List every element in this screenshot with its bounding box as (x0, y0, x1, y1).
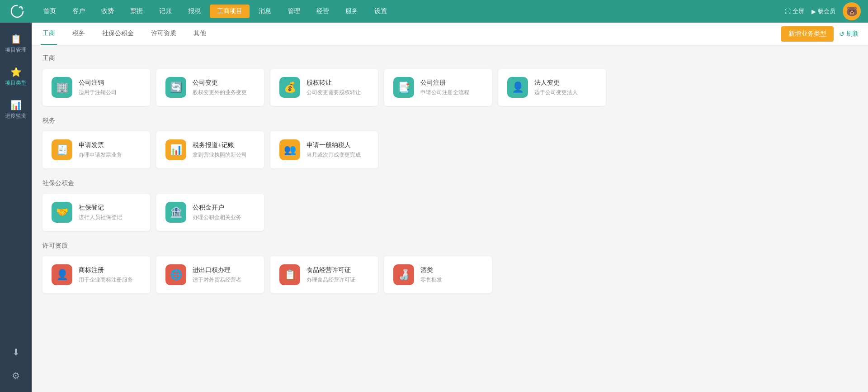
invoice-apply-icon: 🧾 (52, 139, 72, 160)
card-company-cancel-text: 公司注销 适用于注销公司 (79, 79, 141, 96)
nav-settings[interactable]: 设置 (367, 5, 394, 18)
nav-right-area: ⛶ 全屏 ▶ 畅会员 🐻 (785, 2, 861, 20)
refresh-button[interactable]: ↺ 刷新 (839, 30, 859, 38)
refresh-icon: ↺ (839, 30, 844, 38)
card-company-register[interactable]: 📑 公司注册 申请公司注册全流程 (384, 69, 492, 106)
card-company-register-text: 公司注册 申请公司注册全流程 (420, 79, 483, 96)
left-sidebar: 📋 项目管理 ⭐ 项目类型 📊 进度监测 ⬇ ⚙ (0, 23, 32, 392)
card-company-cancel-title: 公司注销 (79, 79, 141, 87)
sidebar-item-settings[interactable]: ⚙ (0, 364, 32, 387)
card-food-license-text: 食品经营许可证 办理食品经营许可证 (307, 266, 369, 284)
card-equity-transfer[interactable]: 💰 股权转让 公司变更需要股权转让 (270, 69, 378, 106)
nav-message[interactable]: 消息 (251, 5, 278, 18)
nav-service[interactable]: 服务 (338, 5, 365, 18)
card-equity-transfer-text: 股权转让 公司变更需要股权转让 (307, 79, 369, 96)
social-insurance-register-icon: 🤝 (52, 202, 72, 223)
card-provident-fund-desc: 办理公积金相关业务 (193, 214, 255, 221)
card-company-change-desc: 股权变更外的业务变更 (193, 89, 255, 96)
tab-social-insurance[interactable]: 社保公积金 (100, 23, 136, 45)
card-food-license[interactable]: 📋 食品经营许可证 办理食品经营许可证 (270, 256, 378, 293)
card-food-license-title: 食品经营许可证 (307, 266, 369, 274)
food-license-icon: 📋 (279, 264, 300, 285)
card-invoice-apply-title: 申请发票 (79, 141, 141, 149)
sidebar-item-download[interactable]: ⬇ (0, 340, 32, 364)
nav-customer[interactable]: 客户 (65, 5, 92, 18)
cards-grid-tax: 🧾 申请发票 办理申请发票业务 📊 税务报道+记账 拿到营业执照的新公司 👥 (42, 131, 857, 168)
card-import-export-desc: 适于对外贸易经营者 (193, 276, 255, 284)
card-import-export-title: 进出口权办理 (193, 266, 255, 274)
cards-grid-industry: 🏢 公司注销 适用于注销公司 🔄 公司变更 股权变更外的业务变更 💰 (42, 69, 857, 106)
company-cancel-icon: 🏢 (52, 77, 72, 98)
card-alcohol-title: 酒类 (420, 266, 483, 274)
card-company-register-desc: 申请公司注册全流程 (420, 89, 483, 96)
tab-license[interactable]: 许可资质 (149, 23, 178, 45)
card-trademark-register-text: 商标注册 用于企业商标注册服务 (79, 266, 141, 284)
nav-bill[interactable]: 票据 (123, 5, 150, 18)
card-general-taxpayer-text: 申请一般纳税人 当月或次月成变更完成 (307, 141, 369, 159)
card-provident-fund[interactable]: 🏦 公积金开户 办理公积金相关业务 (156, 194, 264, 231)
card-legal-person-change[interactable]: 👤 法人变更 适于公司变更法人 (498, 69, 606, 106)
nav-home[interactable]: 首页 (36, 5, 63, 18)
download-icon: ⬇ (12, 347, 20, 358)
card-invoice-apply-desc: 办理申请发票业务 (79, 151, 141, 159)
company-change-icon: 🔄 (165, 77, 186, 98)
sidebar-item-project-type[interactable]: ⭐ 项目类型 (0, 60, 32, 93)
card-tax-report-title: 税务报道+记账 (193, 141, 255, 149)
nav-accounting[interactable]: 记账 (152, 5, 179, 18)
card-company-register-title: 公司注册 (420, 79, 483, 87)
trademark-register-icon: 👤 (52, 264, 72, 285)
card-general-taxpayer[interactable]: 👥 申请一般纳税人 当月或次月成变更完成 (270, 131, 378, 168)
fullscreen-button[interactable]: ⛶ 全屏 (785, 7, 804, 15)
nav-tax[interactable]: 报税 (181, 5, 208, 18)
top-navigation: 首页 客户 收费 票据 记账 报税 工商项目 消息 管理 经营 服务 设置 ⛶ … (0, 0, 868, 23)
card-tax-report[interactable]: 📊 税务报道+记账 拿到营业执照的新公司 (156, 131, 264, 168)
tax-report-icon: 📊 (165, 139, 186, 160)
card-trademark-register[interactable]: 👤 商标注册 用于企业商标注册服务 (42, 256, 150, 293)
tab-other[interactable]: 其他 (192, 23, 208, 45)
card-company-change[interactable]: 🔄 公司变更 股权变更外的业务变更 (156, 69, 264, 106)
nav-industry[interactable]: 工商项目 (210, 5, 250, 18)
nav-manage[interactable]: 管理 (280, 5, 307, 18)
card-social-insurance-register-desc: 进行人员社保登记 (79, 214, 141, 221)
card-trademark-register-title: 商标注册 (79, 266, 141, 274)
card-legal-person-change-desc: 适于公司变更法人 (534, 89, 597, 96)
card-company-cancel-desc: 适用于注销公司 (79, 89, 141, 96)
provident-fund-icon: 🏦 (165, 202, 186, 223)
card-legal-person-change-title: 法人变更 (534, 79, 597, 87)
card-food-license-desc: 办理食品经营许可证 (307, 276, 369, 284)
sidebar-item-progress-monitor[interactable]: 📊 进度监测 (0, 93, 32, 126)
member-button[interactable]: ▶ 畅会员 (811, 7, 835, 15)
settings-icon: ⚙ (12, 370, 20, 381)
legal-person-change-icon: 👤 (507, 77, 528, 98)
tab-industry[interactable]: 工商 (41, 23, 57, 45)
section-title-social-insurance: 社保公积金 (42, 179, 857, 187)
equity-transfer-icon: 💰 (279, 77, 300, 98)
card-alcohol[interactable]: 🍶 酒类 零售批发 (384, 256, 492, 293)
card-equity-transfer-title: 股权转让 (307, 79, 369, 87)
alcohol-icon: 🍶 (393, 264, 414, 285)
card-social-insurance-register[interactable]: 🤝 社保登记 进行人员社保登记 (42, 194, 150, 231)
main-layout: 📋 项目管理 ⭐ 项目类型 📊 进度监测 ⬇ ⚙ 工商 税务 社保公积金 (0, 23, 868, 392)
section-title-license: 许可资质 (42, 242, 857, 250)
sidebar-item-project-management[interactable]: 📋 项目管理 (0, 27, 32, 60)
tabs-container: 工商 税务 社保公积金 许可资质 其他 (41, 23, 781, 45)
content-area: 工商 税务 社保公积金 许可资质 其他 新增业务类型 ↺ 刷新 工商 🏢 (32, 23, 868, 392)
nav-operation[interactable]: 经营 (309, 5, 336, 18)
card-tax-report-text: 税务报道+记账 拿到营业执照的新公司 (193, 141, 255, 159)
card-invoice-apply[interactable]: 🧾 申请发票 办理申请发票业务 (42, 131, 150, 168)
add-business-type-button[interactable]: 新增业务类型 (781, 26, 834, 42)
fullscreen-icon: ⛶ (785, 8, 791, 15)
sidebar-label-project-type: 项目类型 (5, 79, 27, 87)
card-alcohol-text: 酒类 零售批发 (420, 266, 483, 284)
card-import-export[interactable]: 🌐 进出口权办理 适于对外贸易经营者 (156, 256, 264, 293)
logo[interactable] (7, 1, 27, 21)
tab-tax[interactable]: 税务 (71, 23, 87, 45)
card-invoice-apply-text: 申请发票 办理申请发票业务 (79, 141, 141, 159)
section-title-tax: 税务 (42, 117, 857, 125)
sidebar-bottom: ⬇ ⚙ (0, 340, 32, 392)
card-company-change-text: 公司变更 股权变更外的业务变更 (193, 79, 255, 96)
import-export-icon: 🌐 (165, 264, 186, 285)
card-company-cancel[interactable]: 🏢 公司注销 适用于注销公司 (42, 69, 150, 106)
nav-fee[interactable]: 收费 (94, 5, 121, 18)
mascot-avatar[interactable]: 🐻 (843, 2, 861, 20)
